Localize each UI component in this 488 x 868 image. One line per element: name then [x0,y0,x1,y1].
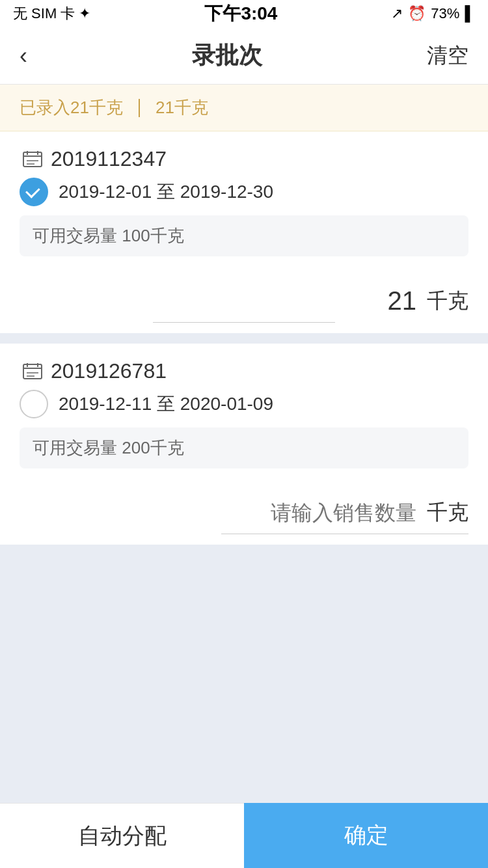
batch-1-quantity-value: 21 [388,286,417,316]
total-amount: 21千克 [156,96,208,119]
batch-item-1: 2019112347 2019-12-01 至 2019-12-30 可用交易量… [0,131,488,273]
batch-2-header: 2019126781 [20,359,468,383]
section-separator-2 [0,545,488,555]
status-time: 下午3:04 [204,1,277,26]
battery-icon: ▌ [465,5,475,22]
clear-button[interactable]: 清空 [427,42,468,70]
batch-icon-1 [20,148,46,171]
batch-1-header: 2019112347 [20,147,468,171]
location-icon: ↗ [391,5,403,22]
batch-1-id: 2019112347 [51,147,167,171]
batch-1-radio[interactable] [20,178,48,206]
batch-2-available: 可用交易量 200千克 [20,427,468,468]
batch-2-divider [221,534,468,534]
batch-icon-2 [20,360,46,383]
bottom-area [0,555,488,815]
batch-2-date-row[interactable]: 2019-12-11 至 2020-01-09 [20,390,468,418]
status-right: ↗ ⏰ 73% ▌ [391,5,475,22]
footer: 自动分配 确定 [0,803,488,868]
batch-1-available: 可用交易量 100千克 [20,215,468,256]
status-left: 无 SIM 卡 ✦ [13,4,90,23]
banner-divider [139,99,140,117]
confirm-button[interactable]: 确定 [244,803,488,868]
batch-2-radio[interactable] [20,390,48,418]
input-unit: 千克 [427,498,468,527]
batch-1-divider [153,322,335,323]
batch-item-2: 2019126781 2019-12-11 至 2020-01-09 可用交易量… [0,344,488,485]
no-sim-text: 无 SIM 卡 ✦ [13,4,90,23]
batch-2-input-row: 千克 [0,485,488,527]
batch-1-date-row[interactable]: 2019-12-01 至 2019-12-30 [20,178,468,206]
alarm-icon: ⏰ [408,5,426,22]
quantity-input[interactable] [221,501,416,525]
batch-2-date: 2019-12-11 至 2020-01-09 [59,392,273,416]
batch-2-divider-container [0,527,488,545]
back-button[interactable]: ‹ [20,42,27,70]
status-bar: 无 SIM 卡 ✦ 下午3:04 ↗ ⏰ 73% ▌ [0,0,488,27]
battery-text: 73% [431,5,459,22]
batch-1-date: 2019-12-01 至 2019-12-30 [59,180,273,204]
info-banner: 已录入21千克 21千克 [0,85,488,131]
batch-1-quantity-unit: 千克 [427,287,468,316]
recorded-amount: 已录入21千克 [20,96,123,119]
nav-bar: ‹ 录批次 清空 [0,27,488,85]
batch-1-quantity-row: 21 千克 [0,273,488,316]
batch-2-id: 2019126781 [51,359,167,383]
page-title: 录批次 [192,40,262,72]
section-separator [0,333,488,344]
batch-1-divider-container [0,316,488,333]
auto-assign-button[interactable]: 自动分配 [0,803,244,868]
